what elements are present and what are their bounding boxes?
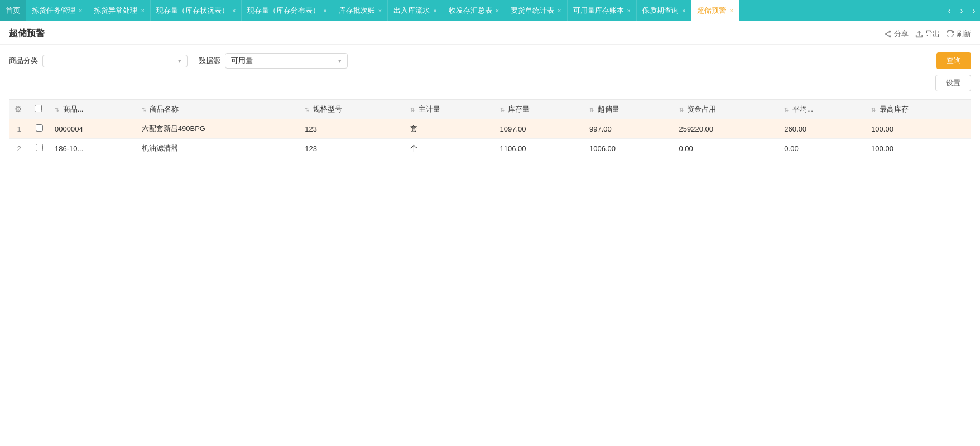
category-select[interactable]: ▾ xyxy=(42,55,188,67)
col-checkbox xyxy=(29,100,49,119)
nav-arrows: ‹ › › xyxy=(943,0,980,21)
row-max: 100.00 xyxy=(866,119,971,139)
close-icon[interactable]: × xyxy=(558,7,561,14)
col-capital-header[interactable]: ⇅ 资金占用 xyxy=(674,100,779,119)
query-button[interactable]: 查询 xyxy=(936,52,971,69)
row-name: 机油滤清器 xyxy=(136,139,299,158)
sort-icon: ⇅ xyxy=(55,106,59,113)
datasource-select-value: 可用量 xyxy=(231,56,253,66)
col-code-header[interactable]: ⇅ 商品... xyxy=(49,100,136,119)
row-over: 1006.00 xyxy=(584,139,673,158)
nav-item-8[interactable]: 要货单统计表 × xyxy=(505,0,567,21)
row-spec: 123 xyxy=(299,139,405,158)
data-table-wrapper: ⚙ ⇅ 商品... ⇅ 商品名称 ⇅ 规格型号 ⇅ xyxy=(0,99,980,158)
col-unit-header[interactable]: ⇅ 主计量 xyxy=(405,100,494,119)
chevron-down-icon: ▾ xyxy=(178,57,181,65)
close-icon[interactable]: × xyxy=(141,7,144,14)
row-capital: 259220.00 xyxy=(674,119,779,139)
sort-icon: ⇅ xyxy=(589,106,594,113)
sort-icon: ⇅ xyxy=(500,106,505,113)
row-over: 997.00 xyxy=(584,119,673,139)
col-stock-header[interactable]: ⇅ 库存量 xyxy=(494,100,584,119)
nav-item-9[interactable]: 可用量库存账本 × xyxy=(568,0,637,21)
chevron-down-icon: ▾ xyxy=(338,57,342,65)
close-icon[interactable]: × xyxy=(79,7,82,14)
row-spec: 123 xyxy=(299,119,405,139)
table-row: 2 186-10... 机油滤清器 123 个 1106.00 1006.00 … xyxy=(9,139,971,158)
refresh-icon xyxy=(947,30,954,38)
datasource-label: 数据源 xyxy=(199,56,220,66)
filter-right-actions: 查询 xyxy=(936,52,971,69)
nav-item-1[interactable]: 拣货任务管理 × xyxy=(26,0,88,21)
close-icon[interactable]: × xyxy=(232,7,236,14)
sort-icon: ⇅ xyxy=(679,106,684,113)
row-code: 186-10... xyxy=(49,139,136,158)
row-unit: 套 xyxy=(405,119,494,139)
header-actions: 分享 导出 刷新 xyxy=(884,29,971,39)
row-checkbox[interactable] xyxy=(36,144,43,151)
category-label: 商品分类 xyxy=(9,56,38,66)
nav-item-2[interactable]: 拣货异常处理 × xyxy=(88,0,150,21)
export-button[interactable]: 导出 xyxy=(915,29,940,39)
row-max: 100.00 xyxy=(866,139,971,158)
row-stock: 1106.00 xyxy=(494,139,584,158)
col-avg-header[interactable]: ⇅ 平均... xyxy=(779,100,866,119)
col-max-header[interactable]: ⇅ 最高库存 xyxy=(866,100,971,119)
col-over-header[interactable]: ⇅ 超储量 xyxy=(584,100,673,119)
row-capital: 0.00 xyxy=(674,139,779,158)
nav-next-button[interactable]: › xyxy=(955,0,968,21)
data-table: ⚙ ⇅ 商品... ⇅ 商品名称 ⇅ 规格型号 ⇅ xyxy=(9,99,971,158)
close-icon[interactable]: × xyxy=(433,7,436,14)
filter-area: 商品分类 ▾ 数据源 可用量 ▾ 查询 设置 xyxy=(0,45,980,99)
row-name: 六配套新昌490BPG xyxy=(136,119,299,139)
nav-item-6[interactable]: 出入库流水 × xyxy=(388,0,443,21)
gear-icon[interactable]: ⚙ xyxy=(15,104,22,114)
col-spec-header[interactable]: ⇅ 规格型号 xyxy=(299,100,405,119)
share-button[interactable]: 分享 xyxy=(884,29,909,39)
share-icon xyxy=(884,30,892,38)
settings-button[interactable]: 设置 xyxy=(935,75,971,91)
table-header-row: ⚙ ⇅ 商品... ⇅ 商品名称 ⇅ 规格型号 ⇅ xyxy=(9,100,971,119)
nav-bar: 首页 拣货任务管理 × 拣货异常处理 × 现存量（库存状况表） × 现存量（库存… xyxy=(0,0,980,21)
sort-icon: ⇅ xyxy=(305,106,309,113)
table-row: 1 0000004 六配套新昌490BPG 123 套 1097.00 997.… xyxy=(9,119,971,139)
nav-item-7[interactable]: 收发存汇总表 × xyxy=(443,0,505,21)
nav-item-active[interactable]: 超储预警 × xyxy=(691,0,739,21)
sort-icon: ⇅ xyxy=(784,106,789,113)
sort-icon: ⇅ xyxy=(410,106,415,113)
nav-item-10[interactable]: 保质期查询 × xyxy=(637,0,691,21)
close-icon[interactable]: × xyxy=(729,7,733,14)
row-number: 2 xyxy=(9,139,29,158)
close-icon[interactable]: × xyxy=(496,7,499,14)
datasource-select[interactable]: 可用量 ▾ xyxy=(225,53,348,69)
sort-icon: ⇅ xyxy=(871,106,876,113)
page-header: 超储预警 分享 导出 刷新 xyxy=(0,21,980,45)
row-avg: 260.00 xyxy=(779,119,866,139)
nav-item-3[interactable]: 现存量（库存状况表） × xyxy=(151,0,242,21)
nav-more-button[interactable]: › xyxy=(968,0,980,21)
row-number: 1 xyxy=(9,119,29,139)
nav-prev-button[interactable]: ‹ xyxy=(943,0,955,21)
nav-item-home[interactable]: 首页 xyxy=(0,0,26,21)
close-icon[interactable]: × xyxy=(682,7,685,14)
nav-item-5[interactable]: 库存批次账 × xyxy=(333,0,388,21)
datasource-filter-group: 数据源 可用量 ▾ xyxy=(199,53,348,69)
close-icon[interactable]: × xyxy=(323,7,326,14)
row-checkbox[interactable] xyxy=(36,124,43,132)
row-stock: 1097.00 xyxy=(494,119,584,139)
close-icon[interactable]: × xyxy=(627,7,631,14)
row-avg: 0.00 xyxy=(779,139,866,158)
select-all-checkbox[interactable] xyxy=(35,105,42,112)
col-name-header[interactable]: ⇅ 商品名称 xyxy=(136,100,299,119)
row-unit: 个 xyxy=(405,139,494,158)
sort-icon: ⇅ xyxy=(142,106,146,113)
category-filter-group: 商品分类 ▾ xyxy=(9,55,188,67)
row-code: 0000004 xyxy=(49,119,136,139)
nav-item-4[interactable]: 现存量（库存分布表） × xyxy=(242,0,333,21)
col-settings: ⚙ xyxy=(9,100,29,119)
row-checkbox-cell xyxy=(29,139,49,158)
page-title: 超储预警 xyxy=(9,28,45,40)
close-icon[interactable]: × xyxy=(378,7,382,14)
refresh-button[interactable]: 刷新 xyxy=(947,29,971,39)
export-icon xyxy=(915,30,923,38)
